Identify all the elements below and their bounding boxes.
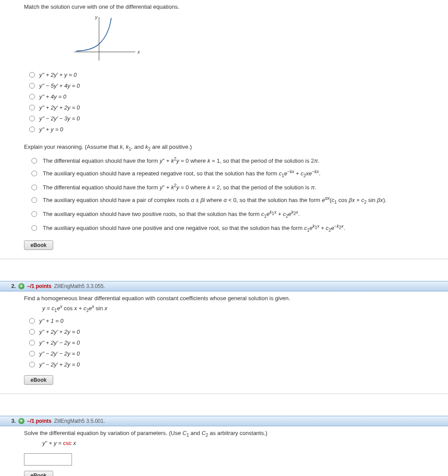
q1-reason-6[interactable]: The auxiliary equation should have one p…: [24, 221, 444, 235]
q1-reason-5[interactable]: The auxiliary equation should have two p…: [24, 207, 444, 221]
q2-points: –/1 points: [27, 283, 51, 289]
q2-option-4[interactable]: y'' − 2y' − 2y = 0: [24, 348, 444, 359]
q1-reason-radio-1[interactable]: [31, 158, 37, 164]
svg-text:y: y: [95, 14, 98, 20]
q1-reason-radio-4[interactable]: [31, 197, 37, 203]
reason-prompt-post: are all positive.): [150, 144, 192, 150]
q1-reason-radio-3[interactable]: [31, 185, 37, 190]
q1-prompt: Match the solution curve with one of the…: [24, 3, 444, 10]
q2-radio-1[interactable]: [29, 318, 35, 324]
q2-option-1[interactable]: y'' + 1 = 0: [24, 315, 444, 326]
q2-option-1-text: y'' + 1 = 0: [39, 318, 64, 324]
ebook-button[interactable]: eBook: [24, 375, 53, 385]
q1-reason-radio-5[interactable]: [31, 211, 37, 217]
q1-reason-4[interactable]: The auxiliary equation should have a pai…: [24, 193, 444, 207]
q1-reason-2[interactable]: The auxiliary equation should have a rep…: [24, 167, 444, 181]
q1-option-1-text: y'' + 2y' + y = 0: [39, 72, 77, 78]
q2-radio-5[interactable]: [29, 362, 35, 367]
q1-reason-3-text: The differential equation should have th…: [43, 183, 316, 191]
q1-option-2[interactable]: y'' − 5y' + 4y = 0: [24, 80, 444, 91]
q2-source: ZillEngMath5 3.3.055.: [54, 283, 105, 289]
q3-points: –/1 points: [27, 418, 51, 424]
q2-prompt: Find a homogeneous linear differential e…: [24, 295, 444, 301]
expand-icon[interactable]: +: [18, 283, 24, 289]
expand-icon[interactable]: +: [18, 418, 24, 424]
question-3-header: 3. + –/1 points ZillEngMath5 3.5.001.: [0, 416, 448, 426]
q1-radio-2[interactable]: [29, 83, 35, 89]
q1-option-5[interactable]: y'' − 2y' − 3y = 0: [24, 113, 444, 124]
q1-reason-radio-2[interactable]: [31, 171, 37, 176]
q1-option-2-text: y'' − 5y' + 4y = 0: [39, 82, 80, 89]
question-1: Match the solution curve with one of the…: [0, 0, 448, 259]
q1-option-6-text: y'' + y = 0: [39, 126, 63, 133]
q2-number: 2.: [3, 283, 16, 289]
q1-radio-1[interactable]: [29, 72, 35, 78]
question-2-body: Find a homogeneous linear differential e…: [0, 291, 448, 394]
q3-equation: y'' + y = csc x: [42, 440, 444, 446]
question-3: 3. + –/1 points ZillEngMath5 3.5.001. So…: [0, 416, 448, 476]
q1-reason-1-text: The differential equation should have th…: [43, 157, 319, 164]
q2-radio-4[interactable]: [29, 351, 35, 356]
q2-radio-3[interactable]: [29, 340, 35, 346]
q1-option-4-text: y'' + 2y' + 2y = 0: [39, 104, 80, 111]
q3-prompt: Solve the differential equation by varia…: [24, 430, 444, 438]
question-1-body: Match the solution curve with one of the…: [0, 0, 448, 259]
q1-radio-5[interactable]: [29, 116, 35, 121]
ebook-button[interactable]: eBook: [24, 471, 53, 476]
solution-curve-graph: x y: [68, 13, 444, 65]
question-2: 2. + –/1 points ZillEngMath5 3.3.055. Fi…: [0, 281, 448, 394]
q1-reason-4-text: The auxiliary equation should have a pai…: [43, 196, 386, 205]
ebook-button[interactable]: eBook: [24, 240, 53, 250]
q1-reason-3[interactable]: The differential equation should have th…: [24, 181, 444, 193]
q1-radio-4[interactable]: [29, 105, 35, 110]
q1-radio-3[interactable]: [29, 94, 35, 99]
svg-text:x: x: [137, 49, 140, 55]
q1-option-3[interactable]: y'' + 4y = 0: [24, 91, 444, 102]
q3-prompt-mid: and: [189, 430, 202, 436]
q2-option-5-text: y'' − 2y' + 2y = 0: [39, 361, 80, 368]
q1-reason-1[interactable]: The differential equation should have th…: [24, 154, 444, 167]
q1-reason-5-text: The auxiliary equation should have two p…: [43, 210, 300, 219]
q1-reason-6-text: The auxiliary equation should have one p…: [43, 224, 345, 233]
q3-csc: csc: [63, 440, 72, 446]
q3-prompt-post: as arbitrary constants.): [208, 430, 267, 436]
q3-answer-input[interactable]: [24, 453, 72, 466]
q2-option-5[interactable]: y'' − 2y' + 2y = 0: [24, 359, 444, 370]
question-2-header: 2. + –/1 points ZillEngMath5 3.3.055.: [0, 281, 448, 291]
q1-option-1[interactable]: y'' + 2y' + y = 0: [24, 69, 444, 80]
q1-option-4[interactable]: y'' + 2y' + 2y = 0: [24, 102, 444, 113]
q2-radio-2[interactable]: [29, 329, 35, 335]
q1-reason-prompt: Explain your reasoning. (Assume that k, …: [24, 144, 444, 151]
q3-source: ZillEngMath5 3.5.001.: [54, 418, 105, 424]
q1-option-3-text: y'' + 4y = 0: [39, 93, 66, 100]
q2-option-4-text: y'' − 2y' − 2y = 0: [39, 350, 80, 357]
q3-number: 3.: [3, 418, 16, 424]
q2-option-2-text: y'' + 2y' + 2y = 0: [39, 329, 80, 335]
q2-option-3[interactable]: y'' + 2y' − 2y = 0: [24, 337, 444, 348]
q1-option-5-text: y'' − 2y' − 3y = 0: [39, 115, 80, 122]
reason-prompt-pre: Explain your reasoning. (Assume that: [24, 144, 120, 150]
q2-solution: y = c1ex cos x + c2ex sin x: [42, 304, 444, 313]
q1-option-6[interactable]: y'' + y = 0: [24, 124, 444, 135]
q1-reason-2-text: The auxiliary equation should have a rep…: [43, 169, 321, 178]
q2-option-2[interactable]: y'' + 2y' + 2y = 0: [24, 326, 444, 337]
q3-prompt-pre: Solve the differential equation by varia…: [24, 430, 182, 436]
q1-radio-6[interactable]: [29, 127, 35, 132]
q2-option-3-text: y'' + 2y' − 2y = 0: [39, 339, 80, 346]
q1-reason-radio-6[interactable]: [31, 225, 37, 231]
question-3-body: Solve the differential equation by varia…: [0, 426, 448, 476]
